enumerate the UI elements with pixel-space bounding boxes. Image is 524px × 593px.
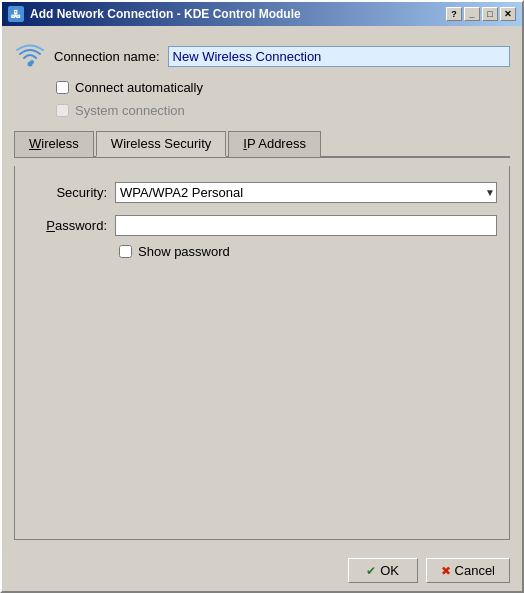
tab-wireless[interactable]: Wireless	[14, 131, 94, 157]
svg-point-0	[28, 62, 33, 67]
bottom-buttons: ✔ OK ✖ Cancel	[2, 550, 522, 591]
window-title: Add Network Connection - KDE Control Mod…	[30, 7, 301, 21]
cancel-icon: ✖	[441, 564, 451, 578]
close-button[interactable]: ✕	[500, 7, 516, 21]
password-label: Password:	[27, 218, 107, 233]
wifi-icon	[14, 40, 46, 72]
maximize-button[interactable]: □	[482, 7, 498, 21]
password-row: Password:	[27, 215, 497, 236]
connection-name-input[interactable]	[168, 46, 510, 67]
password-input[interactable]	[115, 215, 497, 236]
title-bar: 🖧 Add Network Connection - KDE Control M…	[2, 2, 522, 26]
system-connection-label: System connection	[75, 103, 185, 118]
cancel-button[interactable]: ✖ Cancel	[426, 558, 510, 583]
tab-panel-wireless-security: Security: WPA/WPA2 Personal None WEP 40/…	[14, 166, 510, 540]
ok-button[interactable]: ✔ OK	[348, 558, 418, 583]
system-connection-row: System connection	[56, 103, 510, 118]
show-password-row: Show password	[119, 244, 497, 259]
connection-name-label: Connection name:	[54, 49, 160, 64]
security-label: Security:	[27, 185, 107, 200]
ok-icon: ✔	[366, 564, 376, 578]
help-button[interactable]: ?	[446, 7, 462, 21]
show-password-label: Show password	[138, 244, 230, 259]
connect-automatically-checkbox[interactable]	[56, 81, 69, 94]
system-connection-checkbox[interactable]	[56, 104, 69, 117]
security-select[interactable]: WPA/WPA2 Personal None WEP 40/128-bit Ke…	[115, 182, 497, 203]
connect-automatically-row: Connect automatically	[56, 80, 510, 95]
security-select-wrapper: WPA/WPA2 Personal None WEP 40/128-bit Ke…	[115, 182, 497, 203]
cancel-label: Cancel	[455, 563, 495, 578]
security-row: Security: WPA/WPA2 Personal None WEP 40/…	[27, 182, 497, 203]
tabs-bar: Wireless Wireless Security IP Address	[14, 130, 510, 158]
content-area: Connection name: Connect automatically S…	[2, 26, 522, 550]
ok-label: OK	[380, 563, 399, 578]
app-icon: 🖧	[8, 6, 24, 22]
minimize-button[interactable]: _	[464, 7, 480, 21]
title-bar-controls: ? _ □ ✕	[446, 7, 516, 21]
main-window: 🖧 Add Network Connection - KDE Control M…	[0, 0, 524, 593]
tab-ip-address[interactable]: IP Address	[228, 131, 321, 157]
connection-name-row: Connection name:	[14, 40, 510, 72]
connect-automatically-label: Connect automatically	[75, 80, 203, 95]
tab-wireless-security[interactable]: Wireless Security	[96, 131, 226, 157]
title-bar-left: 🖧 Add Network Connection - KDE Control M…	[8, 6, 301, 22]
show-password-checkbox[interactable]	[119, 245, 132, 258]
